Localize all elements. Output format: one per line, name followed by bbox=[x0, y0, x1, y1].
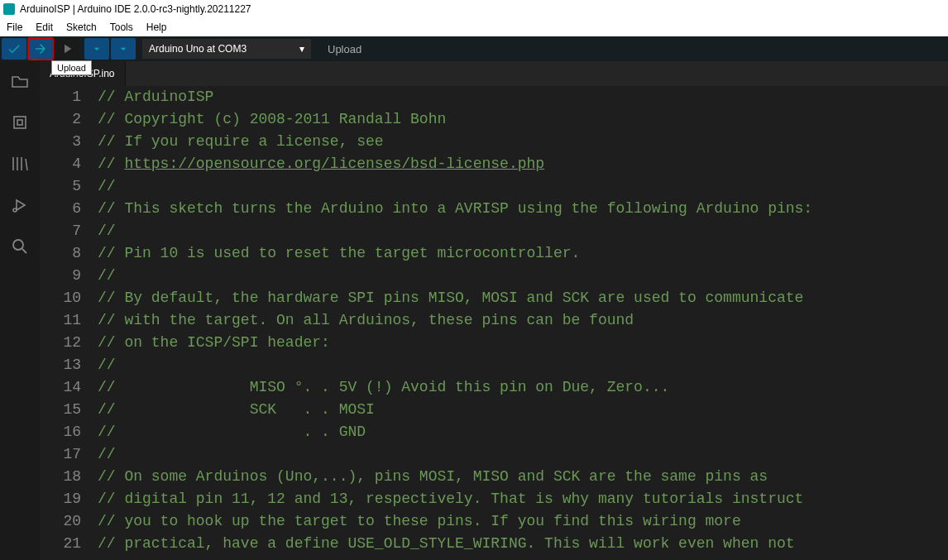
code-line[interactable]: // SCK . . MOSI bbox=[98, 399, 948, 421]
svg-rect-0 bbox=[14, 117, 26, 128]
line-number: 5 bbox=[40, 175, 81, 198]
debugger-icon[interactable] bbox=[8, 194, 31, 217]
code-line[interactable]: // digital pin 11, 12 and 13, respective… bbox=[98, 488, 948, 510]
main-area: ArduinoISP.ino 1234567891011121314151617… bbox=[0, 61, 948, 560]
code-line[interactable]: // bbox=[98, 354, 948, 376]
line-number: 4 bbox=[40, 153, 81, 175]
editor-area: ArduinoISP.ino 1234567891011121314151617… bbox=[40, 61, 948, 560]
arduino-app-icon bbox=[3, 3, 15, 15]
line-number: 16 bbox=[40, 421, 81, 443]
line-number: 12 bbox=[40, 332, 81, 354]
save-button[interactable] bbox=[111, 38, 136, 60]
line-number: 2 bbox=[40, 108, 81, 131]
code-line[interactable]: // on the ICSP/SPI header: bbox=[98, 332, 948, 354]
open-button[interactable] bbox=[84, 38, 109, 60]
code-line[interactable]: // bbox=[98, 175, 948, 198]
upload-tooltip: Upload bbox=[51, 60, 92, 75]
line-number: 1 bbox=[40, 86, 81, 108]
line-number: 8 bbox=[40, 242, 81, 265]
svg-rect-1 bbox=[17, 120, 22, 125]
code-line[interactable]: // . . GND bbox=[98, 421, 948, 443]
line-number: 9 bbox=[40, 265, 81, 287]
menu-sketch[interactable]: Sketch bbox=[60, 20, 103, 35]
debug-icon bbox=[60, 41, 74, 56]
debug-button[interactable] bbox=[55, 38, 79, 60]
code-line[interactable]: // On some Arduinos (Uno,...), pins MOSI… bbox=[98, 466, 948, 488]
chevron-down-icon: ▾ bbox=[299, 43, 304, 55]
svg-point-3 bbox=[13, 240, 23, 250]
line-number: 3 bbox=[40, 131, 81, 153]
toolbar: Arduino Uno at COM3 ▾ Upload Upload bbox=[0, 36, 948, 61]
code-line[interactable]: // If you require a license, see bbox=[98, 131, 948, 153]
code-content[interactable]: // ArduinoISP// Copyright (c) 2008-2011 … bbox=[98, 86, 948, 560]
verify-button[interactable] bbox=[2, 38, 26, 60]
menu-tools[interactable]: Tools bbox=[103, 20, 140, 35]
menubar: File Edit Sketch Tools Help bbox=[0, 18, 948, 36]
upload-button[interactable] bbox=[28, 38, 53, 60]
boards-manager-icon[interactable] bbox=[8, 111, 31, 134]
code-line[interactable]: // By default, the hardware SPI pins MIS… bbox=[98, 287, 948, 309]
code-line[interactable]: // ArduinoISP bbox=[98, 86, 948, 108]
line-number: 17 bbox=[40, 443, 81, 466]
arrow-down-icon bbox=[90, 42, 103, 55]
line-number: 18 bbox=[40, 466, 81, 488]
line-number: 11 bbox=[40, 309, 81, 332]
code-line[interactable]: // bbox=[98, 265, 948, 287]
board-selector[interactable]: Arduino Uno at COM3 ▾ bbox=[142, 39, 311, 59]
code-line[interactable]: // This sketch turns the Arduino into a … bbox=[98, 198, 948, 220]
code-editor[interactable]: 123456789101112131415161718192021 // Ard… bbox=[40, 86, 948, 560]
titlebar: ArduinoISP | Arduino IDE 2.0.0-rc3-night… bbox=[0, 0, 948, 18]
line-number: 19 bbox=[40, 488, 81, 510]
board-selector-label: Arduino Uno at COM3 bbox=[149, 43, 247, 55]
tab-bar: ArduinoISP.ino bbox=[40, 61, 948, 86]
line-number: 7 bbox=[40, 220, 81, 242]
line-number: 14 bbox=[40, 376, 81, 399]
line-number: 13 bbox=[40, 354, 81, 376]
menu-edit[interactable]: Edit bbox=[29, 20, 60, 35]
activity-bar bbox=[0, 61, 40, 560]
code-line[interactable]: // https://opensource.org/licenses/bsd-l… bbox=[98, 153, 948, 175]
menu-file[interactable]: File bbox=[0, 20, 29, 35]
code-line[interactable]: // practical, have a define USE_OLD_STYL… bbox=[98, 533, 948, 555]
code-line[interactable]: // you to hook up the target to these pi… bbox=[98, 510, 948, 533]
code-line[interactable]: // Copyright (c) 2008-2011 Randall Bohn bbox=[98, 108, 948, 131]
line-number: 20 bbox=[40, 510, 81, 533]
arrow-right-icon bbox=[33, 41, 48, 56]
upload-status-label: Upload bbox=[328, 43, 361, 55]
code-line[interactable]: // bbox=[98, 220, 948, 242]
line-number: 6 bbox=[40, 198, 81, 220]
explorer-icon[interactable] bbox=[8, 69, 31, 93]
window-title: ArduinoISP | Arduino IDE 2.0.0-rc3-night… bbox=[20, 3, 251, 15]
code-line[interactable]: // bbox=[98, 443, 948, 466]
library-manager-icon[interactable] bbox=[8, 152, 31, 175]
line-number: 21 bbox=[40, 533, 81, 555]
checkmark-icon bbox=[7, 41, 22, 56]
line-number: 10 bbox=[40, 287, 81, 309]
code-line[interactable]: // MISO °. . 5V (!) Avoid this pin on Du… bbox=[98, 376, 948, 399]
menu-help[interactable]: Help bbox=[140, 20, 174, 35]
search-icon[interactable] bbox=[8, 235, 31, 258]
line-number: 15 bbox=[40, 399, 81, 421]
code-line[interactable]: // with the target. On all Arduinos, the… bbox=[98, 309, 948, 332]
code-line[interactable]: // Pin 10 is used to reset the target mi… bbox=[98, 242, 948, 265]
svg-point-2 bbox=[13, 208, 17, 212]
line-number-gutter: 123456789101112131415161718192021 bbox=[40, 86, 98, 560]
arrow-down-icon bbox=[117, 42, 130, 55]
